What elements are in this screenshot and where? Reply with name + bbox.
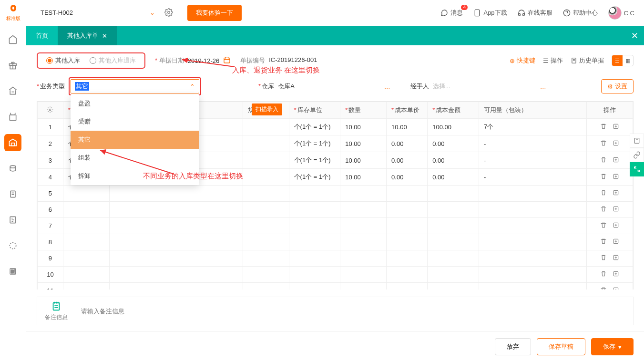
table-row[interactable]: 11 — [38, 283, 633, 290]
delete-icon[interactable] — [600, 206, 607, 214]
tab-other-inbound[interactable]: 其他入库单 ✕ — [58, 26, 117, 45]
remark-label: 备注信息 — [37, 301, 75, 321]
sidebar-dashed-icon[interactable] — [4, 237, 21, 254]
nav-online-service[interactable]: 在线客服 — [518, 9, 552, 17]
gear-icon: ⚙ — [607, 83, 613, 90]
table-row[interactable]: 5 — [38, 186, 633, 202]
link-icon[interactable] — [630, 148, 644, 162]
sidebar-purchase-icon[interactable] — [4, 83, 21, 100]
settings-button[interactable]: ⚙ 设置 — [601, 79, 634, 93]
discard-button[interactable]: 放弃 — [495, 338, 531, 355]
nav-user[interactable]: C C — [608, 6, 634, 20]
col-operate: 操作 — [587, 102, 633, 119]
sidebar-home-icon[interactable] — [4, 31, 21, 48]
dropdown-option[interactable]: 其它 — [71, 131, 199, 149]
list-view-icon[interactable]: ☰ — [612, 55, 623, 66]
calendar-icon[interactable] — [223, 56, 231, 65]
svg-rect-9 — [11, 143, 15, 146]
history-docs-button[interactable]: 历史单据 — [571, 56, 604, 65]
table-row[interactable]: 7 — [38, 218, 633, 234]
sidebar-clipboard-icon[interactable] — [4, 186, 21, 203]
add-icon[interactable] — [613, 173, 619, 181]
doc-date-field[interactable]: * 单据日期 2019-12-26 — [155, 56, 231, 65]
operate-button[interactable]: ☰操作 — [543, 56, 563, 65]
delete-icon[interactable] — [600, 123, 607, 131]
add-icon[interactable] — [613, 222, 619, 230]
col-gear[interactable] — [38, 102, 63, 119]
svg-point-14 — [10, 242, 16, 248]
add-icon[interactable] — [613, 123, 619, 131]
svg-rect-60 — [53, 302, 60, 310]
tabs-bar: 首页 其他入库单 ✕ ✕ — [26, 26, 644, 45]
add-icon[interactable] — [613, 254, 619, 262]
remark-box: 备注信息 — [37, 297, 634, 325]
sidebar-warehouse-icon[interactable] — [4, 134, 21, 151]
view-toggle[interactable]: ☰ ▦ — [612, 55, 634, 66]
dropdown-option[interactable]: 盘盈 — [71, 94, 199, 113]
close-all-tabs-icon[interactable]: ✕ — [625, 31, 644, 41]
add-icon[interactable] — [613, 238, 619, 246]
nav-help-center[interactable]: 帮助中心 — [563, 9, 598, 17]
ellipsis-icon[interactable]: … — [540, 83, 547, 90]
save-draft-button[interactable]: 保存草稿 — [537, 338, 585, 355]
chevron-down-icon: ⌄ — [150, 9, 155, 16]
delete-icon[interactable] — [600, 140, 607, 148]
sidebar: 新 — [0, 26, 26, 362]
table-row[interactable]: 10 — [38, 267, 633, 283]
dropdown-option[interactable]: 拆卸 — [71, 167, 199, 185]
table-row[interactable]: 8 — [38, 234, 633, 250]
chevron-down-icon: ▾ — [618, 343, 622, 351]
sidebar-bag-icon[interactable] — [4, 108, 21, 125]
delete-icon[interactable] — [600, 254, 607, 262]
business-type-select[interactable]: 其它 ⌃ — [71, 79, 199, 93]
project-select[interactable]: TEST-H002 ⌄ — [41, 5, 155, 21]
delete-icon[interactable] — [600, 156, 607, 165]
right-fly-toolbar — [630, 134, 644, 176]
svg-rect-1 — [475, 10, 480, 16]
delete-icon[interactable] — [600, 287, 607, 290]
delete-icon[interactable] — [600, 189, 607, 197]
scan-input-button[interactable]: 扫描录入 — [252, 103, 282, 115]
table-row[interactable]: 6 — [38, 202, 633, 218]
gear-icon[interactable] — [164, 8, 173, 18]
nav-message[interactable]: 消息 4 — [440, 9, 463, 17]
sidebar-money-icon[interactable] — [4, 160, 21, 177]
delete-icon[interactable] — [600, 222, 607, 230]
warehouse-field[interactable]: *仓库 仓库A … — [258, 82, 391, 91]
radio-other-inbound-return[interactable]: 其他入库退库 — [90, 56, 136, 65]
grid-view-icon[interactable]: ▦ — [623, 55, 633, 66]
tab-home[interactable]: 首页 — [26, 26, 58, 45]
expand-icon[interactable] — [630, 162, 644, 176]
sidebar-report-icon[interactable] — [4, 211, 21, 228]
close-icon[interactable]: ✕ — [102, 32, 107, 40]
inbound-type-radio-group: 其他入库 其他入库退库 — [37, 52, 145, 69]
delete-icon[interactable] — [600, 173, 607, 181]
add-icon[interactable] — [613, 189, 619, 197]
add-icon[interactable] — [613, 270, 619, 279]
add-icon[interactable] — [613, 140, 619, 148]
add-icon[interactable] — [613, 156, 619, 165]
ellipsis-icon[interactable]: … — [384, 83, 391, 90]
dropdown-option[interactable]: 受赠 — [71, 113, 199, 131]
handler-field[interactable]: 经手人 选择... … — [410, 82, 547, 91]
sidebar-gift-icon[interactable] — [4, 57, 21, 74]
remark-input[interactable] — [75, 297, 633, 325]
shortcut-button[interactable]: ⊕快捷键 — [510, 56, 535, 65]
dropdown-option[interactable]: 组装 — [71, 149, 199, 167]
add-icon[interactable] — [613, 206, 619, 214]
svg-text:新: 新 — [11, 269, 15, 274]
save-button[interactable]: 保存▾ — [591, 338, 634, 355]
delete-icon[interactable] — [600, 270, 607, 279]
note-icon[interactable] — [630, 134, 644, 148]
delete-icon[interactable] — [600, 238, 607, 246]
col-amount: *成本金额 — [428, 102, 479, 119]
sidebar-new-icon[interactable]: 新 — [4, 263, 21, 280]
nav-app-download[interactable]: App下载 — [473, 9, 507, 17]
table-row[interactable]: 9 — [38, 250, 633, 267]
add-icon[interactable] — [613, 287, 619, 290]
try-button[interactable]: 我要体验一下 — [187, 5, 242, 21]
radio-other-inbound[interactable]: 其他入库 — [46, 56, 80, 65]
col-qty: *数量 — [340, 102, 387, 119]
col-price: *成本单价 — [387, 102, 428, 119]
svg-rect-8 — [10, 115, 16, 121]
